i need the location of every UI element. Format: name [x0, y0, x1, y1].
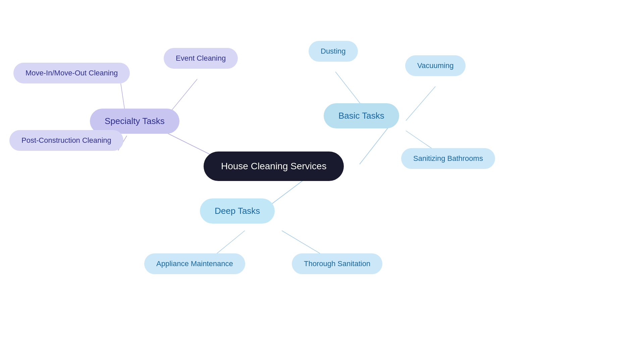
event-cleaning-node[interactable]: Event Cleaning: [164, 48, 238, 69]
dusting-node[interactable]: Dusting: [309, 41, 358, 62]
appliance-maintenance-node[interactable]: Appliance Maintenance: [144, 253, 245, 274]
movein-moveout-node[interactable]: Move-In/Move-Out Cleaning: [13, 63, 130, 83]
sanitizing-bathrooms-node[interactable]: Sanitizing Bathrooms: [401, 148, 495, 169]
thorough-sanitation-node[interactable]: Thorough Sanitation: [292, 253, 382, 274]
basic-tasks-node[interactable]: Basic Tasks: [324, 103, 399, 128]
center-node[interactable]: House Cleaning Services: [204, 152, 344, 181]
post-construction-node[interactable]: Post-Construction Cleaning: [9, 130, 123, 151]
deep-tasks-node[interactable]: Deep Tasks: [200, 198, 275, 224]
svg-line-1: [360, 126, 389, 164]
svg-line-7: [406, 86, 435, 121]
vacuuming-node[interactable]: Vacuuming: [405, 55, 466, 76]
